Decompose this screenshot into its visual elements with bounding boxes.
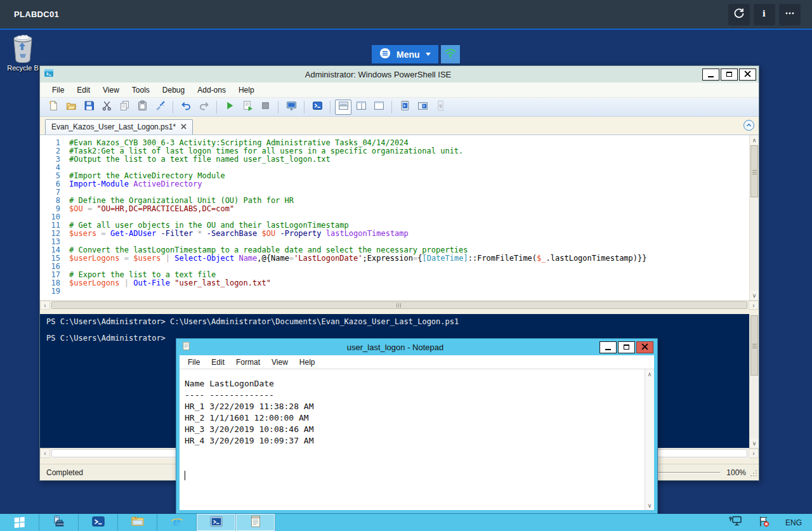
ise-menu-tools[interactable]: Tools xyxy=(126,84,155,96)
info-button[interactable]: i xyxy=(754,4,775,25)
internet-explorer-taskbar-button[interactable]: e xyxy=(157,514,197,531)
network-status-button[interactable] xyxy=(441,45,460,63)
cut-button[interactable] xyxy=(98,100,115,115)
new-script-button[interactable] xyxy=(45,100,62,115)
more-options-button[interactable] xyxy=(779,4,801,25)
toolbar-overflow-button[interactable] xyxy=(432,100,449,115)
notepad-maximize-button[interactable] xyxy=(618,341,635,353)
start-taskbar-button[interactable] xyxy=(0,514,39,531)
stop-operation-button[interactable] xyxy=(257,100,273,115)
toolbar-separator xyxy=(304,101,304,114)
text-caret xyxy=(185,471,185,480)
editor-line-12[interactable]: 12$users = Get-ADUser -Filter * -SearchB… xyxy=(40,230,749,238)
ise-minimize-button[interactable] xyxy=(702,69,719,81)
start-powershell-exe-icon xyxy=(312,100,323,114)
network-tray-icon[interactable] xyxy=(729,516,743,529)
notepad-menu-file[interactable]: File xyxy=(182,356,206,369)
clear-console-pane-button[interactable] xyxy=(152,100,168,115)
editor-line-18[interactable]: 18$userLogons | Out-File "user_last_logo… xyxy=(40,279,749,287)
powershell-tab-options-button[interactable] xyxy=(414,100,431,115)
ise-menu-edit[interactable]: Edit xyxy=(71,84,96,96)
start-powershell-exe-button[interactable] xyxy=(309,100,325,115)
show-script-pane-top-icon xyxy=(338,100,349,114)
show-script-pane-right-button[interactable] xyxy=(353,100,369,115)
save-button[interactable] xyxy=(81,100,97,115)
refresh-button[interactable] xyxy=(728,4,750,25)
stop-operation-icon xyxy=(260,100,271,114)
ise-menu-help[interactable]: Help xyxy=(233,84,260,96)
copy-button[interactable] xyxy=(116,100,133,115)
new-script-icon xyxy=(48,100,59,114)
console-line-1[interactable]: PS C:\Users\Administrator> C:\Users\Admi… xyxy=(46,318,749,326)
editor-vertical-scrollbar[interactable]: ∧ ∨ xyxy=(749,135,759,300)
notepad-minimize-button[interactable] xyxy=(599,341,617,353)
show-script-pane-top-button[interactable] xyxy=(335,100,351,115)
ise-menu-view[interactable]: View xyxy=(97,84,125,96)
open-script-button[interactable] xyxy=(63,100,79,115)
language-indicator[interactable]: ENG xyxy=(785,518,802,527)
new-powershell-tab-button[interactable] xyxy=(396,100,413,115)
editor-line-3[interactable]: 3#Output the list to a text file named u… xyxy=(40,155,749,164)
scroll-down-icon[interactable]: ∨ xyxy=(645,501,654,510)
editor-horizontal-scrollbar[interactable]: ‹ › xyxy=(40,300,759,310)
resize-grip-icon[interactable] xyxy=(750,469,757,479)
recycle-bin[interactable]: Recycle B xyxy=(5,34,41,72)
lab-menu-button[interactable]: Menu xyxy=(372,45,438,63)
close-icon xyxy=(744,69,751,80)
script-editor-pane[interactable]: 1#Evan Kazos_CYB 300_6-3 Activity:Script… xyxy=(40,134,759,310)
editor-line-15[interactable]: 15$userLogons = $users | Select-Object N… xyxy=(40,254,749,263)
notification-flag-icon[interactable] xyxy=(758,516,770,530)
powershell-ise-window-icon xyxy=(44,68,54,81)
notepad-title-bar[interactable]: user_last_logon - Notepad xyxy=(180,339,654,355)
ise-maximize-button[interactable] xyxy=(721,69,738,81)
scroll-down-icon[interactable]: ∨ xyxy=(750,438,759,448)
paste-button[interactable] xyxy=(134,100,150,115)
collapse-pane-button[interactable] xyxy=(743,120,754,131)
editor-line-9[interactable]: 9$OU = "OU=HR,DC=PRACTICELABS,DC=com" xyxy=(40,205,749,213)
ise-title-bar[interactable]: Administrator: Windows PowerShell ISE xyxy=(40,66,759,82)
paste-icon xyxy=(137,100,148,114)
powershell-ise-icon xyxy=(209,515,223,531)
scroll-up-icon[interactable]: ∧ xyxy=(645,369,654,379)
script-tab[interactable]: Evan_Kazos_User_Last_Logon.ps1* xyxy=(45,119,193,134)
zoom-slider[interactable] xyxy=(650,467,720,478)
ise-menu-file[interactable]: File xyxy=(46,84,70,96)
new-remote-powershell-tab-button[interactable] xyxy=(283,100,299,115)
scroll-down-icon[interactable]: ∨ xyxy=(750,291,759,300)
console-vertical-scrollbar[interactable]: ∨ xyxy=(749,314,759,448)
show-script-pane-right-icon xyxy=(356,100,367,114)
ise-close-button[interactable] xyxy=(739,69,756,81)
powershell-taskbar-button[interactable] xyxy=(79,514,118,531)
editor-line-19[interactable]: 19 xyxy=(40,287,749,296)
notepad-close-button[interactable] xyxy=(636,341,653,353)
powershell-ise-taskbar-button[interactable] xyxy=(197,514,236,531)
notepad-vertical-scrollbar[interactable]: ∧ ∨ xyxy=(645,369,654,510)
run-selection-button[interactable] xyxy=(239,100,256,115)
notepad-menu-view[interactable]: View xyxy=(266,356,294,369)
show-script-pane-maximized-icon xyxy=(374,100,384,114)
editor-line-6[interactable]: 6Import-Module ActiveDirectory xyxy=(40,180,749,188)
scroll-up-icon[interactable]: ∧ xyxy=(750,135,759,145)
scroll-right-icon[interactable]: › xyxy=(749,449,759,458)
server-manager-taskbar-button[interactable] xyxy=(39,514,79,531)
redo-button[interactable] xyxy=(195,100,212,115)
notepad-menu-format[interactable]: Format xyxy=(230,356,266,369)
undo-button[interactable] xyxy=(178,100,194,115)
scroll-left-icon[interactable]: ‹ xyxy=(40,301,50,310)
run-script-button[interactable] xyxy=(221,100,238,115)
scroll-right-icon[interactable]: › xyxy=(749,301,759,310)
show-script-pane-maximized-button[interactable] xyxy=(370,100,387,115)
toolbar-separator xyxy=(173,101,173,114)
tab-close-icon[interactable] xyxy=(181,122,187,131)
notepad-text-area[interactable]: Name LastLogonDate---- -------------HR_1… xyxy=(180,369,654,510)
scroll-left-icon[interactable]: ‹ xyxy=(40,449,50,458)
file-explorer-taskbar-button[interactable] xyxy=(118,514,157,531)
ise-tab-strip: Evan_Kazos_User_Last_Logon.ps1* xyxy=(40,117,759,134)
notepad-window-title: user_last_logon - Notepad xyxy=(191,343,599,352)
notepad-taskbar-button[interactable] xyxy=(236,514,275,531)
chevron-down-icon xyxy=(426,53,431,56)
notepad-menu-edit[interactable]: Edit xyxy=(206,356,230,369)
ise-menu-add-ons[interactable]: Add-ons xyxy=(192,84,232,96)
notepad-menu-help[interactable]: Help xyxy=(294,356,321,369)
ise-menu-debug[interactable]: Debug xyxy=(157,84,190,96)
